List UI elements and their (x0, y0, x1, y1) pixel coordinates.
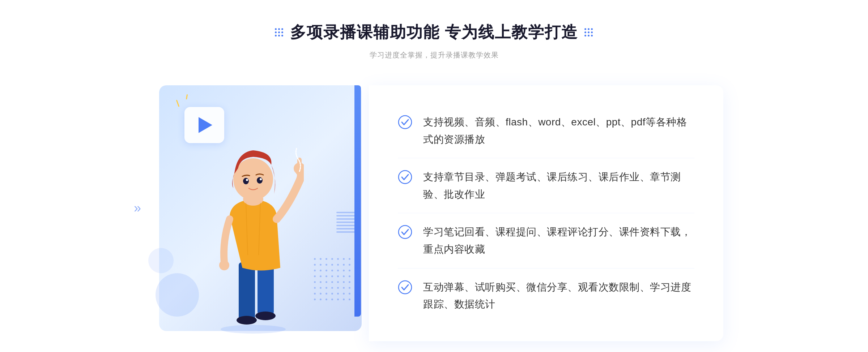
svg-rect-1 (239, 262, 255, 320)
content-section: » 支持视频、音频、flash、word、excel、ppt、pdf等各种格式的… (145, 78, 723, 341)
svg-point-10 (260, 178, 262, 180)
title-row: 多项录播课辅助功能 专为线上教学打造 (275, 22, 593, 43)
title-dots-right (584, 28, 593, 37)
illustration-area: » (145, 78, 369, 338)
title-dots-left (275, 28, 284, 37)
feature-item-1: 支持视频、音频、flash、word、excel、ppt、pdf等各种格式的资源… (398, 103, 694, 158)
check-icon-1 (398, 115, 412, 129)
check-icon-4 (398, 280, 412, 295)
dots-pattern (314, 258, 358, 302)
feature-item-2: 支持章节目录、弹题考试、课后练习、课后作业、章节测验、批改作业 (398, 158, 694, 213)
feature-item-4: 互动弹幕、试听购买、微信分享、观看次数限制、学习进度跟踪、数据统计 (398, 269, 694, 323)
svg-point-16 (399, 226, 412, 239)
feature-text-2: 支持章节目录、弹题考试、课后练习、课后作业、章节测验、批改作业 (423, 168, 694, 203)
svg-point-9 (246, 179, 248, 181)
check-icon-3 (398, 225, 412, 239)
deco-circle-2 (148, 248, 174, 273)
check-icon-2 (398, 170, 412, 184)
features-card: 支持视频、音频、flash、word、excel、ppt、pdf等各种格式的资源… (369, 85, 723, 341)
svg-point-13 (219, 260, 229, 270)
svg-point-0 (221, 325, 286, 334)
svg-point-15 (399, 171, 412, 184)
page-subtitle: 学习进度全掌握，提升录播课教学效果 (370, 50, 499, 60)
feature-text-3: 学习笔记回看、课程提问、课程评论打分、课件资料下载，重点内容收藏 (423, 223, 694, 258)
feature-text-1: 支持视频、音频、flash、word、excel、ppt、pdf等各种格式的资源… (423, 113, 694, 148)
feature-text-4: 互动弹幕、试听购买、微信分享、观看次数限制、学习进度跟踪、数据统计 (423, 279, 694, 313)
header-section: 多项录播课辅助功能 专为线上教学打造 学习进度全掌握，提升录播课教学效果 (0, 22, 868, 60)
svg-point-17 (399, 281, 412, 294)
page-title: 多项录播课辅助功能 专为线上教学打造 (290, 22, 578, 43)
left-chevrons-icon: » (134, 201, 141, 216)
svg-point-8 (257, 177, 263, 184)
svg-point-3 (237, 316, 257, 325)
svg-point-7 (243, 178, 249, 184)
svg-point-14 (399, 116, 412, 129)
figure-illustration (174, 125, 311, 335)
svg-point-4 (255, 312, 276, 320)
accent-bar (354, 85, 361, 317)
feature-item-3: 学习笔记回看、课程提问、课程评论打分、课件资料下载，重点内容收藏 (398, 213, 694, 268)
